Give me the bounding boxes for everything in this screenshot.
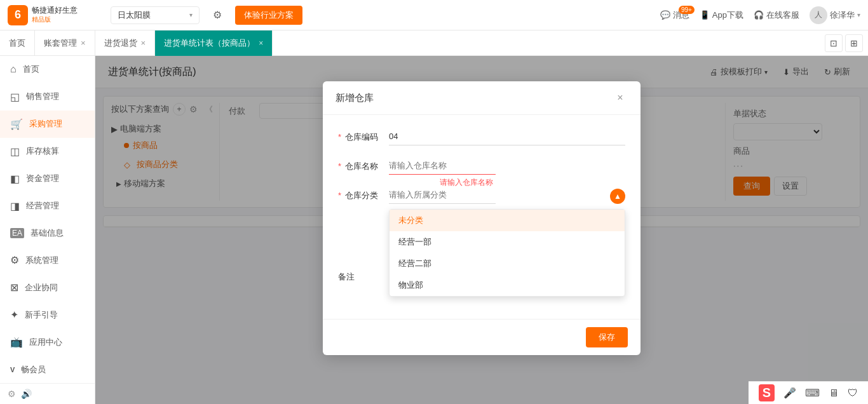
sidebar-item-basic-info-label: 基础信息	[31, 227, 64, 239]
app-center-icon: 📺	[10, 336, 23, 348]
sidebar-item-home-label: 首页	[23, 64, 39, 75]
sidebar-item-guide[interactable]: ✦ 新手引导	[0, 301, 95, 328]
modal-footer: 保存	[323, 319, 641, 355]
store-selector[interactable]: 日太阳膜 ▾	[111, 6, 200, 24]
sidebar-item-purchase-label: 采购管理	[29, 118, 62, 130]
system-icon: ⚙	[10, 254, 19, 266]
name-input[interactable]	[389, 157, 496, 175]
name-label-text: 仓库名称	[345, 161, 378, 171]
modal-title: 新增仓库	[336, 92, 374, 104]
category-dropdown-toggle[interactable]: ▲	[610, 189, 625, 204]
category-option-ops1[interactable]: 经营一部	[390, 231, 625, 253]
operations-icon: ◨	[10, 200, 20, 212]
sidebar-settings-icon[interactable]: ⚙	[8, 389, 16, 399]
mic-icon[interactable]: 🎤	[783, 387, 796, 399]
sidebar-item-sales-label: 销售管理	[26, 91, 59, 102]
sidebar-item-guide-label: 新手引导	[25, 309, 58, 321]
save-button[interactable]: 保存	[586, 327, 628, 347]
code-label-text: 仓库编码	[345, 132, 378, 142]
content-area: 进货单统计(按商品) 🖨 按模板打印 ▾ ⬇ 导出 ↻ 刷新	[95, 56, 868, 404]
enterprise-icon: ⊠	[10, 281, 18, 293]
modal-body: * 仓库编码 * 仓库名称 请输入仓库名称	[323, 115, 641, 319]
category-label: * 仓库分类	[338, 186, 389, 201]
sidebar-item-system-label: 系统管理	[25, 255, 58, 266]
modal-close-button[interactable]: ×	[613, 90, 628, 105]
store-name: 日太阳膜	[118, 10, 184, 21]
tab-account[interactable]: 账套管理 ×	[35, 30, 95, 56]
tab-purchase-return-close-icon[interactable]: ×	[141, 38, 146, 48]
top-header: 6 畅捷通好生意 精品版 日太阳膜 ▾ ⚙ 体验行业方案 💬 消息 99+ 📱 …	[0, 0, 868, 30]
category-input[interactable]	[389, 186, 496, 204]
sidebar-item-finance-label: 资金管理	[26, 173, 59, 184]
phone-icon: 📱	[700, 10, 710, 20]
tab-account-close-icon[interactable]: ×	[81, 38, 86, 48]
message-badge: 99+	[679, 6, 695, 14]
inventory-icon: ◫	[10, 145, 20, 158]
message-icon: 💬	[660, 10, 670, 20]
form-row-code: * 仓库编码	[338, 128, 625, 145]
tab-home-label: 首页	[9, 37, 25, 49]
category-dropdown-list: 未分类 经营一部 经营二部 物业部	[389, 209, 625, 297]
name-input-wrapper: 请输入仓库名称	[389, 157, 625, 175]
sidebar-item-operations[interactable]: ◨ 经营管理	[0, 192, 95, 220]
avatar: 人	[810, 6, 827, 24]
sales-icon: ◱	[10, 91, 20, 103]
sidebar-item-purchase[interactable]: 🛒 采购管理	[0, 111, 95, 138]
tab-home[interactable]: 首页	[0, 30, 35, 56]
tab-bar-actions: ⊡ ⊞	[825, 34, 868, 52]
online-service-button[interactable]: 🎧 在线客服	[754, 10, 799, 21]
sidebar-item-enterprise[interactable]: ⊠ 企业协同	[0, 274, 95, 301]
sidebar-bottom: ⚙ 🔊	[0, 383, 95, 404]
logo-icon: 6	[8, 5, 28, 25]
shield-icon[interactable]: 🛡	[848, 387, 858, 399]
s-logo-icon: S	[759, 384, 775, 401]
sidebar-item-sales[interactable]: ◱ 销售管理	[0, 83, 95, 111]
sidebar-volume-icon[interactable]: 🔊	[21, 389, 32, 399]
note-label: 备注	[338, 267, 389, 283]
name-required-star: *	[338, 161, 341, 171]
category-label-text: 仓库分类	[345, 191, 378, 200]
guide-icon: ✦	[10, 309, 18, 321]
tab-bar: 首页 账套管理 × 进货退货 × 进货单统计表（按商品） × ⊡ ⊞	[0, 30, 868, 56]
modal-overlay: 新增仓库 × * 仓库编码	[95, 56, 868, 404]
sidebar-item-finance[interactable]: ◧ 资金管理	[0, 165, 95, 192]
app-download-label: App下载	[712, 10, 743, 21]
tab-window-expand-icon[interactable]: ⊞	[845, 34, 863, 52]
form-row-name: * 仓库名称 请输入仓库名称	[338, 157, 625, 175]
sidebar-item-inventory[interactable]: ◫ 库存核算	[0, 138, 95, 165]
monitor-icon[interactable]: 🖥	[829, 387, 839, 399]
category-option-uncategorized[interactable]: 未分类	[390, 210, 625, 231]
sidebar-item-app-center-label: 应用中心	[29, 337, 62, 348]
settings-gear-icon[interactable]: ⚙	[207, 5, 227, 25]
purchase-icon: 🛒	[10, 118, 23, 130]
form-row-category: * 仓库分类 ▲ 未分类 经营一部 经营二部 物业部	[338, 186, 625, 204]
category-option-property[interactable]: 物业部	[390, 274, 625, 296]
sidebar-item-app-center[interactable]: 📺 应用中心	[0, 328, 95, 356]
user-name: 徐泽华	[830, 10, 855, 21]
category-option-ops2[interactable]: 经营二部	[390, 253, 625, 274]
tab-purchase-stats[interactable]: 进货单统计表（按商品） ×	[155, 30, 273, 56]
trial-button[interactable]: 体验行业方案	[235, 6, 302, 25]
tab-account-label: 账套管理	[44, 37, 77, 49]
keyboard-icon[interactable]: ⌨	[805, 387, 820, 399]
sidebar: ⌂ 首页 ◱ 销售管理 🛒 采购管理 ◫ 库存核算 ◧ 资金管理 ◨ 经营管理 …	[0, 56, 95, 404]
modal-new-warehouse: 新增仓库 × * 仓库编码	[323, 81, 641, 355]
sidebar-item-system[interactable]: ⚙ 系统管理	[0, 246, 95, 274]
message-button[interactable]: 💬 消息 99+	[660, 10, 689, 21]
finance-icon: ◧	[10, 173, 20, 185]
sidebar-item-home[interactable]: ⌂ 首页	[0, 56, 95, 83]
tab-purchase-return[interactable]: 进货退货 ×	[95, 30, 156, 56]
code-input[interactable]	[389, 128, 625, 145]
tab-purchase-return-label: 进货退货	[104, 37, 137, 49]
required-star: *	[338, 132, 341, 142]
tab-purchase-stats-close-icon[interactable]: ×	[259, 39, 263, 48]
sidebar-item-basic-info[interactable]: EA 基础信息	[0, 220, 95, 247]
tab-purchase-stats-label: 进货单统计表（按商品）	[164, 37, 255, 49]
category-input-wrapper: ▲ 未分类 经营一部 经营二部 物业部	[389, 186, 625, 204]
tab-window-restore-icon[interactable]: ⊡	[825, 34, 843, 52]
sidebar-item-vip[interactable]: V 畅会员	[0, 356, 95, 383]
basic-info-icon: EA	[10, 228, 24, 238]
app-download-button[interactable]: 📱 App下载	[700, 10, 743, 21]
headset-icon: 🎧	[754, 10, 764, 20]
user-menu[interactable]: 人 徐泽华 ▾	[810, 6, 860, 24]
